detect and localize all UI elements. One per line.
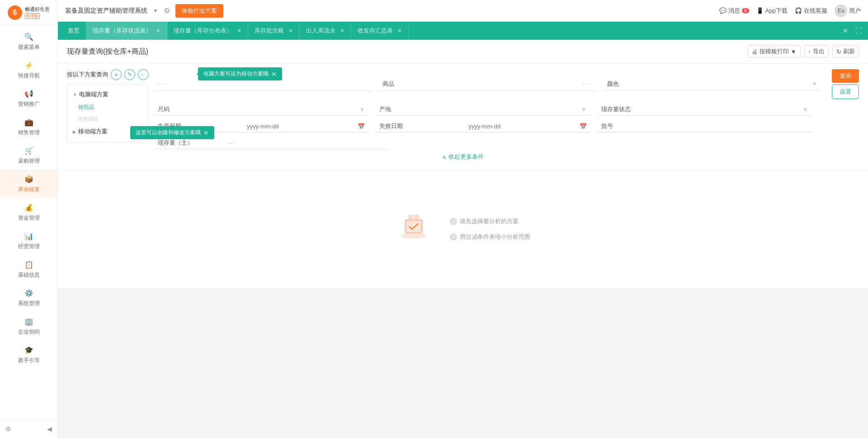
- messages-btn[interactable]: 💬 消息 6: [719, 7, 749, 15]
- sidebar-nav: 🔍 搜索菜单 ⚡ 快捷导航 📢 营销推广 💼 销售管理 🛒 采购管理 📦 库存核…: [0, 25, 57, 419]
- sidebar-item-purchase[interactable]: 🛒 采购管理: [0, 141, 57, 170]
- tab-bar-actions: ✕ ⛶: [840, 25, 864, 36]
- app-download-btn[interactable]: 📱 App下载: [756, 7, 788, 15]
- sidebar: 6 畅通好生意 标准版 🔍 搜索菜单 ⚡ 快捷导航 📢 营销推广 💼 销售管理 …: [0, 0, 58, 438]
- refresh-btn[interactable]: ↻ 刷新: [832, 45, 859, 58]
- sidebar-item-marketing[interactable]: 📢 营销推广: [0, 84, 57, 113]
- tab-close-inventory-dist[interactable]: ✕: [237, 28, 241, 34]
- filter-area: 电脑方案可设为移动方案哦 ✕ 这里可以创建和修改方案哦 ✕ 按以下方案查询 + …: [58, 64, 868, 170]
- settings-btn[interactable]: 设置: [832, 85, 859, 99]
- enterprise-icon: 🏢: [24, 316, 34, 326]
- online-support-btn[interactable]: 🎧 在线客服: [795, 7, 827, 15]
- search-icon: 🔍: [24, 32, 34, 42]
- svg-point-0: [401, 233, 426, 239]
- tab-close-batch-account[interactable]: ✕: [288, 28, 293, 34]
- collapse-icon: ∧: [442, 154, 447, 160]
- arrow-scheme-btn[interactable]: ←: [138, 69, 149, 80]
- tab-inventory-dist[interactable]: 现存量（库存分布表） ✕: [167, 22, 248, 40]
- sidebar-bottom: ⚙ ◀: [0, 419, 57, 438]
- batch-label: 批号: [601, 122, 613, 130]
- tab-close-receive-summary[interactable]: ✕: [397, 28, 402, 34]
- tab-home[interactable]: 首页: [61, 22, 86, 40]
- sidebar-item-basic[interactable]: 📋 基础信息: [0, 255, 57, 283]
- produce-date-calendar-icon[interactable]: 📅: [358, 123, 365, 130]
- expire-date-label: 失效日期: [379, 122, 403, 130]
- refresh-icon: ↻: [836, 48, 841, 55]
- scheme-item-by-product[interactable]: 按照品: [67, 101, 148, 113]
- sidebar-item-search[interactable]: 🔍 搜索菜单: [0, 27, 57, 56]
- main-content: 装备及固定资产辅助管理系统 ▼ ⚙ 体验行业方案 💬 消息 6 📱 App下载 …: [58, 0, 868, 438]
- logo-text: 畅通好生意 标准版: [25, 6, 50, 19]
- add-scheme-btn[interactable]: +: [111, 69, 122, 80]
- sidebar-collapse-btn[interactable]: ◀: [45, 424, 54, 434]
- empty-step1: 1 请先选择要分析的方案: [450, 216, 530, 227]
- filter-field-product: 商品 ···: [379, 77, 596, 91]
- produce-date-input[interactable]: [247, 123, 292, 130]
- filter-field-origin: 产地 ▼: [376, 104, 590, 116]
- tab-inventory-status[interactable]: 现存量（库存状况表） ✕: [86, 22, 167, 40]
- messages-icon: 💬: [719, 7, 726, 14]
- batch-input[interactable]: [617, 123, 808, 130]
- app-icon: 📱: [756, 7, 764, 14]
- collapse-btn[interactable]: ∧ 收起更多条件: [67, 149, 859, 165]
- inventory-qty-max-input[interactable]: [237, 140, 264, 146]
- operations-icon: 📊: [24, 231, 34, 241]
- print-btn[interactable]: 🖨 按模板打印 ▼: [748, 45, 801, 58]
- sidebar-item-enterprise[interactable]: 🏢 企业协同: [0, 312, 57, 340]
- expire-date-calendar-icon[interactable]: 📅: [580, 123, 587, 130]
- step1-num: 1: [450, 218, 457, 225]
- edit-scheme-btn[interactable]: ✎: [124, 69, 135, 80]
- industry-btn[interactable]: 体验行业方案: [175, 4, 223, 18]
- tab-batch-account[interactable]: 库存批次账 ✕: [248, 22, 300, 40]
- empty-state: 1 请先选择要分析的方案 2 用过滤条件来缩小分析范围: [58, 170, 868, 288]
- content-area: 现存量查询(按仓库+商品) 🖨 按模板打印 ▼ ↑ 导出 ↻ 刷新: [58, 40, 868, 438]
- tab-maximize-btn[interactable]: ⛶: [853, 25, 864, 36]
- export-icon: ↑: [808, 48, 811, 55]
- tooltip-create-scheme: 这里可以创建和修改方案哦 ✕: [130, 126, 214, 139]
- sidebar-item-system[interactable]: ⚙️ 系统管理: [0, 283, 57, 312]
- inventory-status-dropdown-icon[interactable]: ▼: [802, 106, 808, 113]
- expire-date-input[interactable]: [468, 123, 514, 130]
- sales-icon: 💼: [24, 117, 34, 127]
- tab-receive-summary[interactable]: 收发存汇总表 ✕: [351, 22, 409, 40]
- range-separator: —: [227, 140, 233, 146]
- assets-icon: 💰: [24, 203, 34, 212]
- tab-close-inventory-status[interactable]: ✕: [156, 28, 160, 34]
- inventory-qty-min-input[interactable]: [197, 140, 224, 146]
- page-header: 现存量查询(按仓库+商品) 🖨 按模板打印 ▼ ↑ 导出 ↻ 刷新: [58, 40, 868, 64]
- sidebar-item-operations[interactable]: 📊 经营管理: [0, 226, 57, 255]
- desktop-scheme-header[interactable]: ▼ 电脑端方案: [67, 88, 148, 101]
- header-right: 💬 消息 6 📱 App下载 🎧 在线客服 Ea 用户: [719, 5, 861, 17]
- filter-field-color: 颜色 ▼: [604, 78, 821, 90]
- origin-dropdown-icon[interactable]: ▼: [581, 106, 587, 113]
- system-dropdown-btn[interactable]: ▼: [153, 8, 158, 14]
- tab-close-inout-flow[interactable]: ✕: [340, 28, 344, 34]
- export-btn[interactable]: ↑ 导出: [804, 45, 829, 58]
- page-actions: 🖨 按模板打印 ▼ ↑ 导出 ↻ 刷新: [748, 45, 859, 58]
- user-menu-btn[interactable]: Ea 用户: [835, 5, 861, 17]
- scheme-item-placeholder[interactable]: 按库商品: [67, 113, 148, 125]
- system-title: 装备及固定资产辅助管理系统: [65, 7, 147, 15]
- sidebar-item-assets[interactable]: 💰 资金管理: [0, 198, 57, 226]
- inventory-qty-label: 现存量（主）: [158, 139, 193, 147]
- search-btn[interactable]: 查询: [832, 69, 859, 83]
- header-settings-btn[interactable]: ⚙: [164, 6, 170, 15]
- tooltip1-close-btn[interactable]: ✕: [271, 71, 277, 78]
- sidebar-item-quick[interactable]: ⚡ 快捷导航: [0, 56, 57, 84]
- basic-icon: 📋: [24, 259, 34, 269]
- purchase-icon: 🛒: [24, 146, 34, 155]
- sidebar-item-sales[interactable]: 💼 销售管理: [0, 113, 57, 141]
- color-dropdown-icon[interactable]: ▼: [811, 80, 817, 87]
- svg-rect-2: [406, 221, 421, 232]
- tab-inout-flow[interactable]: 出入库流水 ✕: [300, 22, 351, 40]
- color-label: 颜色: [607, 80, 619, 88]
- sidebar-settings-btn[interactable]: ⚙: [4, 424, 13, 434]
- search-btn-group: 查询 设置: [832, 69, 859, 99]
- sidebar-item-inventory[interactable]: 📦 库存核算: [0, 170, 57, 198]
- tab-close-all-btn[interactable]: ✕: [840, 25, 851, 36]
- size-dropdown-icon[interactable]: ▼: [359, 106, 365, 113]
- desktop-scheme-arrow: ▼: [73, 92, 77, 97]
- inventory-status-label: 现存量状态: [601, 105, 631, 113]
- sidebar-item-guide[interactable]: 🎓 新手引导: [0, 340, 57, 369]
- tooltip2-close-btn[interactable]: ✕: [203, 129, 209, 137]
